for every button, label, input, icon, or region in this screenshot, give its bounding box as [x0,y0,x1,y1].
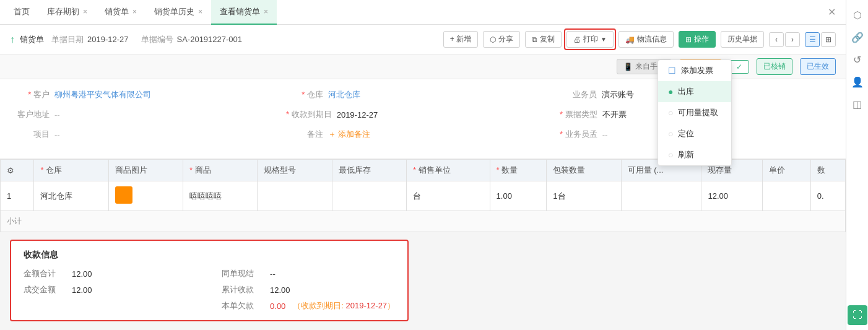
project-value: -- [54,130,60,139]
sidebar-link-icon[interactable]: 🔗 [848,27,867,47]
doc-title: ↑ 销货单 [10,34,44,45]
row-stock: 12.00 [701,181,763,211]
logistics-button[interactable]: 🚚 物流信息 [618,31,674,48]
tab-home[interactable]: 首页 [5,0,38,25]
add-invoice-icon: ☐ [668,66,676,76]
sidebar-refresh-icon[interactable]: ↺ [848,50,867,69]
project-field: 项目 -- [12,129,286,140]
refresh-icon: ○ [668,150,673,160]
close-window-icon[interactable]: ✕ [823,6,841,18]
close-tab-sales-history[interactable]: × [198,7,202,16]
share-button[interactable]: ⬡ 分享 [483,31,520,48]
product-image [115,186,132,204]
row-sales-unit: 台 [406,181,490,211]
address-field: 客户地址 -- [12,109,286,120]
out-stock-icon: ● [668,87,673,97]
dropdown-refresh[interactable]: ○ 刷新 [658,144,731,165]
tab-inventory[interactable]: 库存期初 × [38,0,96,25]
history-button[interactable]: 历史单据 [721,31,764,48]
customer-value[interactable]: 柳州粤港平安气体有限公司 [54,89,151,100]
sidebar-user-icon[interactable]: 👤 [848,72,867,92]
outstanding-label: 本单欠款 [222,300,265,311]
payment-info-title: 收款信息 [24,250,395,261]
same-order-row: 同单现结 -- [222,268,395,279]
project-label: 项目 [12,129,50,140]
col-min-stock: 最低库存 [332,160,406,181]
outstanding-note: （收款到期日: 2019-12-27） [293,300,395,311]
table-container: ⚙ 仓库 商品图片 商品 规格型号 最低库存 销售单位 数量 包装数量 可用量 … [0,159,846,232]
check-button[interactable]: ✓ [729,60,749,74]
dropdown-out-stock[interactable]: ● 出库 [658,81,731,102]
doc-meta: 单据日期 2019-12-27 单据编号 SA-20191227-001 [51,34,436,45]
sidebar-data-icon[interactable]: ◫ [848,94,867,114]
amount-total-row: 金额合计 12.00 [24,268,197,279]
copy-icon: ⧉ [532,35,537,44]
amount-total-value: 12.00 [72,269,92,279]
amount-total-label: 金额合计 [24,268,67,279]
locate-icon: ○ [668,129,673,139]
doc-date: 单据日期 2019-12-27 [51,34,129,45]
table-row: 1 河北仓库 嘻嘻嘻嘻 台 1.00 1台 12.00 0. [1,181,846,211]
tab-view-sales[interactable]: 查看销货单 × [211,0,277,25]
staff2-value: -- [602,130,608,139]
right-sidebar: ⬡ 🔗 ↺ 👤 ◫ ⛶ [846,0,868,330]
col-unit-price: 单价 [763,160,810,181]
close-tab-view-sales[interactable]: × [264,7,268,16]
product-table: ⚙ 仓库 商品图片 商品 规格型号 最低库存 销售单位 数量 包装数量 可用量 … [0,159,846,232]
warehouse-field: 仓库 河北仓库 [286,89,560,100]
nav-prev-button[interactable]: ‹ [769,32,784,47]
cumulative-payment-value: 12.00 [270,285,290,295]
col-product-img: 商品图片 [108,160,183,181]
staff-value: 演示账号 [602,89,634,100]
doc-number: 单据编号 SA-20191227-001 [141,34,243,45]
row-spec [258,181,332,211]
payment-due-value: 2019-12-27 [337,110,378,119]
doc-type-label: 销货单 [20,34,44,45]
col-gear: ⚙ [1,160,34,181]
toolbar: ↑ 销货单 单据日期 2019-12-27 单据编号 SA-20191227-0… [0,25,846,54]
col-pack-qty: 包装数量 [547,160,621,181]
view-list-button[interactable]: ☰ [805,32,820,47]
dropdown-locate[interactable]: ○ 定位 [658,123,731,144]
sold-button[interactable]: 已核销 [757,58,792,75]
effective-button[interactable]: 已生效 [800,58,836,75]
row-warehouse: 河北仓库 [34,181,108,211]
row-quantity: 1.00 [490,181,547,211]
dropdown-available-qty[interactable]: ○ 可用量提取 [658,102,731,123]
close-tab-inventory[interactable]: × [83,7,87,16]
sidebar-fullscreen-icon[interactable]: ⛶ [848,305,867,325]
close-tab-sales[interactable]: × [132,7,137,16]
add-note-button[interactable]: ＋ 添加备注 [328,129,370,140]
note-field: 备注 ＋ 添加备注 [286,129,560,140]
print-dropdown-arrow: ▼ [601,36,607,43]
print-button[interactable]: 🖨 打印 ▼ [566,31,614,48]
customer-label: 客户 [12,89,50,100]
note-label: 备注 [286,129,323,140]
payment-due-label: 收款到期日 [286,109,332,120]
row-product-img [108,181,183,211]
view-toggle: ☰ ⊞ [805,32,836,47]
view-grid-button[interactable]: ⊞ [821,32,836,47]
add-button[interactable]: + 新增 [443,31,478,48]
operate-grid-icon: ⊞ [685,35,692,44]
payment-due-field: 收款到期日 2019-12-27 [286,109,560,120]
logistics-icon: 🚚 [625,35,635,44]
available-qty-icon: ○ [668,108,673,118]
dropdown-menu: ☐ 添加发票 ● 出库 ○ 可用量提取 ○ 定位 ○ 刷新 [658,59,732,166]
dropdown-add-invoice[interactable]: ☐ 添加发票 [658,60,731,81]
operate-button[interactable]: ⊞ 操作 [679,31,716,48]
ticket-type-value: 不开票 [602,109,627,120]
tab-sales-history[interactable]: 销货单历史 × [145,0,211,25]
tab-sales[interactable]: 销货单 × [96,0,145,25]
copy-button[interactable]: ⧉ 复制 [525,31,562,48]
sidebar-expand-icon[interactable]: ⬡ [848,5,867,25]
nav-next-button[interactable]: › [785,32,800,47]
bottom-area: 收款信息 金额合计 12.00 同单现结 -- 成交金额 12.00 累计收款 … [0,232,846,330]
warehouse-value[interactable]: 河北仓库 [328,89,360,100]
col-spec: 规格型号 [258,160,332,181]
row-unit-price [763,181,810,211]
same-order-value: -- [270,269,276,279]
doc-type-icon: ↑ [10,34,15,45]
row-amount: 0. [810,181,845,211]
payment-info-box: 收款信息 金额合计 12.00 同单现结 -- 成交金额 12.00 累计收款 … [10,240,409,321]
